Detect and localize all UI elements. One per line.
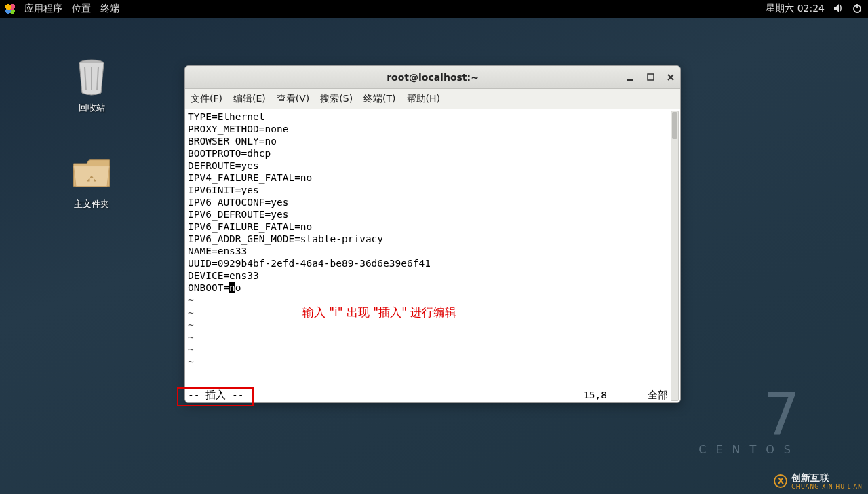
vim-cursor-pos: 15,8 bbox=[583, 389, 607, 401]
file-line: TYPE=Ethernet bbox=[188, 111, 668, 123]
file-line: IPV4_FAILURE_FATAL=no bbox=[188, 172, 668, 184]
centos-branding: 7 CENTOS bbox=[698, 385, 800, 456]
menu-file[interactable]: 文件(F) bbox=[189, 92, 224, 107]
minimize-button[interactable] bbox=[625, 72, 635, 83]
menu-edit[interactable]: 编辑(E) bbox=[232, 92, 267, 107]
svg-rect-7 bbox=[648, 74, 654, 80]
file-line: BROWSER_ONLY=no bbox=[188, 135, 668, 147]
volume-icon[interactable] bbox=[833, 3, 844, 16]
text-cursor: n bbox=[229, 282, 235, 293]
file-line: IPV6_FAILURE_FATAL=no bbox=[188, 221, 668, 233]
vim-empty-line: ~ bbox=[188, 343, 668, 356]
centos-version: 7 bbox=[698, 385, 800, 443]
watermark-sub: CHUANG XIN HU LIAN bbox=[791, 484, 863, 490]
trash-label: 回收站 bbox=[61, 102, 122, 114]
vim-scope: 全部 bbox=[648, 389, 668, 401]
window-title: root@localhost:~ bbox=[387, 72, 479, 83]
menu-help[interactable]: 帮助(H) bbox=[406, 92, 441, 107]
file-line: NAME=ens33 bbox=[188, 245, 668, 257]
desktop-icon-trash[interactable]: 回收站 bbox=[61, 57, 122, 114]
activities-icon[interactable] bbox=[5, 4, 15, 14]
vim-status-line: -- 插入 -- 15,8 全部 bbox=[188, 389, 668, 401]
vim-empty-line: ~ bbox=[188, 319, 668, 331]
folder-home-icon bbox=[71, 155, 112, 192]
top-panel: 应用程序 位置 终端 星期六 02:24 bbox=[0, 0, 868, 18]
file-line: IPV6_DEFROUTE=yes bbox=[188, 208, 668, 221]
watermark: X 创新互联 CHUANG XIN HU LIAN bbox=[774, 472, 863, 490]
home-label: 主文件夹 bbox=[61, 198, 122, 210]
vim-empty-line: ~ bbox=[188, 331, 668, 343]
menu-applications[interactable]: 应用程序 bbox=[24, 3, 62, 15]
menu-terminal-drop[interactable]: 终端(T) bbox=[362, 92, 397, 107]
file-line: PROXY_METHOD=none bbox=[188, 123, 668, 135]
file-line: IPV6INIT=yes bbox=[188, 184, 668, 196]
menu-places[interactable]: 位置 bbox=[72, 3, 91, 15]
power-icon[interactable] bbox=[852, 3, 863, 16]
desktop-icon-home[interactable]: 主文件夹 bbox=[61, 153, 122, 210]
vim-mode: -- 插入 -- bbox=[188, 389, 243, 401]
trash-icon bbox=[75, 59, 108, 96]
scrollbar-thumb[interactable] bbox=[672, 112, 677, 139]
annotation-text: 输入 "i" 出现 "插入" 进行编辑 bbox=[302, 305, 457, 319]
scrollbar[interactable] bbox=[671, 111, 679, 401]
window-titlebar[interactable]: root@localhost:~ bbox=[185, 66, 680, 89]
close-button[interactable] bbox=[665, 72, 676, 83]
watermark-text: 创新互联 bbox=[791, 472, 829, 483]
menu-view[interactable]: 查看(V) bbox=[275, 92, 311, 107]
vim-empty-line: ~ bbox=[188, 356, 668, 368]
clock[interactable]: 星期六 02:24 bbox=[766, 3, 825, 15]
menu-terminal[interactable]: 终端 bbox=[100, 3, 119, 15]
file-line: IPV6_ADDR_GEN_MODE=stable-privacy bbox=[188, 233, 668, 245]
terminal-body[interactable]: TYPE=EthernetPROXY_METHOD=noneBROWSER_ON… bbox=[185, 109, 680, 402]
file-line: IPV6_AUTOCONF=yes bbox=[188, 196, 668, 208]
terminal-menubar: 文件(F) 编辑(E) 查看(V) 搜索(S) 终端(T) 帮助(H) bbox=[185, 89, 680, 109]
watermark-icon: X bbox=[774, 474, 787, 488]
menu-search[interactable]: 搜索(S) bbox=[319, 92, 354, 107]
file-line: DEFROUTE=yes bbox=[188, 159, 668, 172]
centos-name: CENTOS bbox=[698, 443, 800, 456]
terminal-window: root@localhost:~ 文件(F) 编辑(E) 查看(V) 搜索(S)… bbox=[184, 65, 681, 403]
vim-empty-line: ~ bbox=[188, 294, 668, 306]
maximize-button[interactable] bbox=[645, 72, 656, 83]
vim-empty-line: ~输入 "i" 出现 "插入" 进行编辑 bbox=[188, 306, 668, 319]
file-line: ONBOOT=no bbox=[188, 282, 668, 294]
file-line: BOOTPROTO=dhcp bbox=[188, 147, 668, 159]
file-line: UUID=0929b4bf-2efd-46a4-be89-36d6e39e6f4… bbox=[188, 257, 668, 269]
file-line: DEVICE=ens33 bbox=[188, 269, 668, 282]
